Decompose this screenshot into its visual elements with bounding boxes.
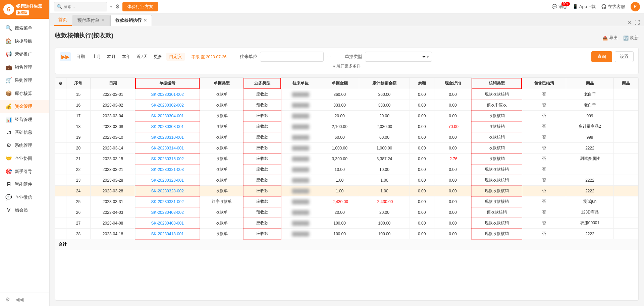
voucher-no-link[interactable]: SK-20230403-002 [151, 210, 183, 215]
cell-total-verify: 60.00 [359, 132, 410, 143]
tab-maximize-icon[interactable]: ⛶ [635, 20, 640, 26]
cell-balance: 0.00 [410, 121, 434, 132]
settings-bottom-icon[interactable]: ⚙ [5, 296, 10, 303]
tab-close-all-icon[interactable]: ✕ [628, 19, 632, 26]
date-custom-button[interactable]: 自定义 [166, 53, 185, 61]
partner-filter-input[interactable] [260, 52, 324, 62]
cell-cash-discount: -2.76 [434, 154, 472, 164]
cell-amount: 2,100.00 [320, 121, 359, 132]
sidebar-item-label-marketing: 营销推广 [15, 51, 32, 57]
sidebar-item-guide[interactable]: 🎯新手引导 [0, 165, 49, 178]
table-scroll[interactable]: ⚙ 序号 日期 单据编号 单据类型 业务类型 往来单位 单据金额 累计核销金额 … [55, 78, 638, 300]
sidebar-item-marketing[interactable]: 📢营销推广 [0, 48, 49, 61]
voucher-no-link[interactable]: SK-20230418-001 [151, 232, 183, 236]
voucher-no-link[interactable]: SK-20230331-002 [151, 199, 183, 204]
refresh-button[interactable]: 🔄 刷新 [623, 35, 639, 41]
cell-balance: 0.00 [410, 218, 434, 229]
table-footer-row: 合计 [55, 239, 638, 250]
user-avatar[interactable]: R [631, 2, 640, 11]
date-more-button[interactable]: 更多 [152, 53, 164, 61]
export-button[interactable]: 📤 导出 [602, 35, 618, 41]
cell-biz-type: 应收款 [244, 218, 281, 229]
voucher-no-link[interactable]: SK-20230301-002 [151, 92, 183, 97]
tab-receipt[interactable]: 收款核销执行 ✕ [110, 15, 152, 26]
table-row: 22 2023-03-21 SK-20230321-003 收款单 应收款 ██… [55, 164, 638, 175]
cell-product2 [614, 154, 638, 164]
query-button[interactable]: 查询 [591, 51, 612, 62]
cell-product2 [614, 111, 638, 121]
cell-cash-discount: 0.00 [434, 143, 472, 154]
sidebar-item-label-wechat: 企业微信 [15, 194, 32, 200]
cell-product: 老白干 [566, 89, 614, 100]
cell-total-verify: -2,430.00 [359, 196, 410, 207]
sidebar-item-label-hardware: 智能硬件 [15, 181, 32, 187]
sidebar-item-hardware[interactable]: 🖥智能硬件 [0, 178, 49, 191]
cell-setting [55, 229, 66, 239]
cell-total-verify: 1.00 [359, 186, 410, 196]
voucher-no-link[interactable]: SK-20230315-002 [151, 157, 183, 161]
tab-bar: 首页 预付应付单 ✕ 收款核销执行 ✕ ✕ ⛶ [50, 13, 644, 26]
sidebar-item-quicknav[interactable]: 🏠快捷导航 [0, 35, 49, 48]
sidebar-item-search[interactable]: 🔍搜索菜单 [0, 21, 49, 35]
cell-biz-type: 应收款 [244, 132, 281, 143]
cell-partner: ██████ [281, 207, 320, 218]
sidebar-item-system[interactable]: ⚙系统管理 [0, 139, 49, 152]
cell-no: 22 [66, 164, 91, 175]
sidebar-item-inventory[interactable]: 📦库存核算 [0, 87, 49, 100]
cell-product: 老白干 [566, 100, 614, 111]
industry-solution-button[interactable]: 体验行业方案 [122, 2, 158, 11]
sidebar-item-enterprise[interactable]: 🤝企业协同 [0, 152, 49, 165]
sidebar-item-wechat[interactable]: 💬企业微信 [0, 191, 49, 204]
setting-button[interactable]: 设置 [615, 51, 634, 62]
topbar-search-input[interactable] [63, 4, 104, 9]
app-download-link[interactable]: 📱 App下载 [573, 4, 596, 10]
tab-home-label: 首页 [58, 17, 67, 23]
col-header-cash-discount: 现金折扣 [434, 78, 472, 89]
sidebar-item-finance[interactable]: 💰资金管理 [0, 100, 49, 113]
date-7days-button[interactable]: 近7天 [135, 53, 150, 61]
sidebar-item-basic[interactable]: 🗂基础信息 [0, 126, 49, 139]
sidebar-item-member[interactable]: V畅会员 [0, 204, 49, 217]
tab-receipt-close-icon[interactable]: ✕ [144, 18, 147, 23]
sidebar-bottom: ⚙ ◀◀ [0, 293, 49, 306]
voucher-no-link[interactable]: SK-20230310-001 [151, 135, 183, 140]
cell-no: 15 [66, 89, 91, 100]
cell-voucher-no: SK-20230408-001 [135, 218, 200, 229]
topbar-gear-icon[interactable]: ⚙ [115, 3, 120, 10]
message-icon: 💬 [552, 4, 557, 9]
voucher-no-link[interactable]: SK-20230302-002 [151, 103, 183, 108]
cell-date: 2023-03-08 [91, 121, 135, 132]
filter-expand-button[interactable]: ▶▶ [60, 52, 71, 61]
voucher-no-link[interactable]: SK-20230408-001 [151, 221, 183, 226]
sidebar-item-sales[interactable]: 💼销售管理 [0, 61, 49, 74]
sidebar-item-operations[interactable]: 📊经营管理 [0, 113, 49, 126]
cell-verify-type: 收款核销 [472, 121, 522, 132]
voucher-type-select[interactable] [368, 54, 427, 60]
tab-prepay[interactable]: 预付应付单 ✕ [72, 15, 110, 26]
col-header-setting[interactable]: ⚙ [55, 78, 66, 89]
tab-prepay-close-icon[interactable]: ✕ [101, 18, 105, 23]
voucher-no-link[interactable]: SK-20230328-002 [151, 189, 183, 193]
voucher-no-link[interactable]: SK-20230304-001 [151, 114, 183, 118]
online-service-link[interactable]: 🎧 在线客服 [601, 4, 625, 10]
voucher-type-filter-label: 单据类型 [345, 54, 362, 60]
sidebar-item-purchase[interactable]: 🛒采购管理 [0, 74, 49, 87]
filter-more-icon[interactable]: ··· [326, 53, 331, 60]
voucher-no-link[interactable]: SK-20230328-001 [151, 178, 183, 183]
expand-more-button[interactable]: ▾ 展开更多条件 [333, 63, 361, 69]
date-this-month-button[interactable]: 本月 [105, 53, 118, 61]
cell-product2 [614, 218, 638, 229]
cell-no: 16 [66, 100, 91, 111]
voucher-no-link[interactable]: SK-20230321-003 [151, 167, 183, 172]
message-button[interactable]: 💬 消息 99+ [552, 4, 567, 10]
voucher-no-link[interactable]: SK-20230314-001 [151, 146, 183, 150]
date-this-year-button[interactable]: 本年 [120, 53, 132, 61]
date-last-month-button[interactable]: 上月 [90, 53, 103, 61]
col-header-balance: 余额 [410, 78, 434, 89]
cell-amount: 60.00 [320, 132, 359, 143]
collapse-icon[interactable]: ◀◀ [15, 296, 23, 303]
voucher-no-link[interactable]: SK-20230308-001 [151, 124, 183, 129]
cell-date: 2023-03-02 [91, 100, 135, 111]
cell-verify-type: 现款收款核销 [472, 196, 522, 207]
tab-home[interactable]: 首页 [54, 14, 72, 26]
